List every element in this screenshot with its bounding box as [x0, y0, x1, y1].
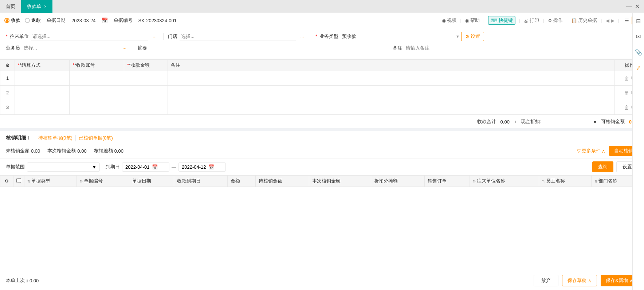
row3-delete-icon[interactable]: 🗑	[624, 105, 629, 110]
salesperson-input[interactable]	[22, 44, 118, 52]
counterpart-input[interactable]	[31, 32, 148, 40]
footer-right: 放弃 保存草稿 ∧ 保存&新增 ∧	[534, 275, 638, 286]
bth-settings[interactable]: ⚙	[0, 176, 13, 187]
separator1: |	[460, 18, 461, 23]
th-settings[interactable]: ⚙	[0, 60, 15, 71]
row2-settlement[interactable]	[15, 86, 70, 100]
abandon-btn[interactable]: 放弃	[534, 275, 558, 286]
salesperson-more-btn[interactable]: ···	[120, 46, 129, 51]
business-type-select[interactable]: 预收款 ▼	[341, 32, 461, 41]
more-conditions-btn[interactable]: ▽ 更多条件 ∧	[577, 148, 605, 154]
help-icon: ◉	[465, 18, 469, 23]
bill-no-value: SK-20230324-001	[138, 18, 177, 23]
bth-employee: ⇅ 员工名称	[539, 176, 592, 187]
toolbar-video[interactable]: ◉ 视频	[442, 17, 456, 24]
settings-gear-icon: ⚙	[465, 34, 470, 39]
view-list-icon[interactable]: ☰	[623, 16, 631, 24]
range-filter-label: 单据范围	[6, 164, 25, 170]
row3-settlement[interactable]	[15, 100, 70, 115]
row2-account[interactable]	[70, 86, 124, 100]
row1-amount[interactable]	[124, 71, 168, 86]
video-icon: ◉	[442, 18, 446, 23]
discount-input[interactable]	[546, 118, 589, 125]
date-from-input[interactable]: 2022-04-01 📅	[122, 162, 169, 172]
current-verify-value: 0.00	[77, 148, 86, 154]
row3-account[interactable]	[70, 100, 124, 115]
pending-tab-link[interactable]: 待核销单据(0笔)	[35, 135, 76, 141]
right-sidebar: ⊟ ✉ 📎 ⤢	[632, 13, 644, 290]
window-close-icon[interactable]: ✕	[635, 3, 640, 10]
history-icon: 📋	[571, 18, 577, 23]
range-select[interactable]: ▼	[27, 162, 100, 172]
bth-amount: 金额	[228, 176, 256, 187]
toolbar-operate[interactable]: ⚙ 操作	[548, 17, 563, 24]
toolbar-history-label: 历史单据	[578, 17, 597, 24]
filter-row: 单据范围 ▼ 到期日 2022-04-01 📅 — 2022-04-12 📅 查…	[0, 158, 644, 175]
toolbar-print[interactable]: 🖨 打印	[524, 17, 539, 24]
top-toolbar: 收款 退款 单据日期 2023-03-24 📅 单据编号 SK-20230324…	[0, 13, 644, 28]
diff-item: 核销差额 0.00	[94, 148, 123, 154]
tab-receipt[interactable]: 收款单 ×	[21, 0, 52, 13]
notes-input[interactable]	[404, 44, 638, 52]
bottom-table-header: ⚙ ⇅ 单据类型 ⇅ 单据编号 单据日期 收款到期日 金额 待核销金额 本次核销…	[0, 176, 644, 187]
query-btn[interactable]: 查询	[592, 161, 613, 172]
row-num-2: 2	[0, 86, 15, 100]
row2-notes[interactable]	[168, 86, 615, 100]
sidebar-email-icon[interactable]: ✉	[635, 32, 642, 42]
operate-icon: ⚙	[548, 18, 552, 23]
radio-receipt[interactable]: 收款	[4, 17, 20, 24]
th-amount: **收款金额	[124, 60, 168, 71]
toolbar-history[interactable]: 📋 历史单据	[571, 17, 597, 24]
bth-bill-date: 单据日期	[129, 176, 174, 187]
nav-next-icon[interactable]: ▶	[611, 18, 614, 23]
calendar-icon[interactable]: 📅	[102, 17, 108, 23]
date-to-input[interactable]: 2022-04-12 📅	[178, 162, 226, 172]
print-icon: 🖨	[524, 18, 529, 23]
bth-checkbox[interactable]	[13, 176, 24, 187]
footer-info-icon[interactable]: ℹ	[26, 278, 28, 283]
due-date-label: 到期日	[106, 164, 120, 170]
tab-home[interactable]: 首页	[0, 0, 21, 13]
notes-field: 备注	[393, 44, 638, 52]
store-input[interactable]	[180, 32, 296, 40]
toolbar-print-label: 打印	[530, 17, 539, 24]
row1-notes[interactable]	[168, 71, 615, 86]
sidebar-attachment-icon[interactable]: 📎	[633, 47, 644, 57]
nav-prev-icon[interactable]: ◀	[606, 18, 609, 23]
row2-delete-icon[interactable]: 🗑	[624, 90, 629, 96]
select-all-checkbox[interactable]	[16, 178, 21, 183]
summary-input[interactable]	[149, 44, 383, 52]
divider3	[133, 44, 133, 52]
row1-delete-icon[interactable]: 🗑	[624, 75, 629, 81]
verified-tab-link[interactable]: 已核销单据(0笔)	[76, 135, 116, 141]
row3-amount[interactable]	[124, 100, 168, 115]
toolbar-help[interactable]: ◉ 帮助	[465, 17, 480, 24]
date-from-value: 2022-04-01	[125, 164, 150, 170]
toolbar-shortcut-label: 快捷键	[499, 17, 513, 24]
current-verify-label: 本次核销金额	[47, 148, 76, 154]
separator7: |	[618, 18, 619, 23]
sidebar-expand-icon[interactable]: ⤢	[635, 63, 642, 73]
bill-date-value[interactable]: 2023-03-24	[71, 18, 96, 23]
verification-info-icon[interactable]: ℹ	[28, 136, 30, 141]
row1-account[interactable]	[70, 71, 124, 86]
window-min-icon[interactable]: —	[626, 3, 632, 10]
counterpart-more-btn[interactable]: ···	[150, 34, 159, 39]
bth-bill-no: ⇅ 单据编号	[76, 176, 129, 187]
draft-btn[interactable]: 保存草稿 ∧	[562, 275, 597, 286]
tab-close-icon[interactable]: ×	[44, 4, 47, 9]
row1-settlement[interactable]	[15, 71, 70, 86]
sidebar-table-icon[interactable]: ⊟	[635, 16, 642, 26]
bth-pending: 待核销金额	[256, 176, 309, 187]
radio-refund[interactable]: 退款	[25, 17, 41, 24]
save-btn-label: 保存&新增	[606, 277, 628, 284]
row2-amount[interactable]	[124, 86, 168, 100]
store-more-btn[interactable]: ···	[298, 34, 306, 39]
business-type-field: * 业务类型 预收款 ▼	[315, 32, 461, 41]
settings-button[interactable]: ⚙ 设置	[461, 32, 484, 41]
divider2	[311, 33, 311, 40]
range-select-arrow-icon: ▼	[92, 164, 97, 170]
row3-notes[interactable]	[168, 100, 615, 115]
draft-arrow-icon: ∧	[588, 278, 592, 283]
toolbar-shortcut[interactable]: ⌨ 快捷键	[488, 16, 515, 25]
